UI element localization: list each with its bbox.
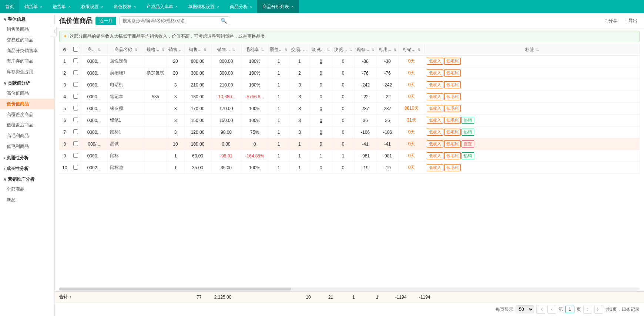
- td-browse1[interactable]: 0: [310, 126, 332, 138]
- nav-product-analysis[interactable]: 商品分析 ×: [225, 0, 257, 13]
- th-check[interactable]: [70, 44, 81, 55]
- row-checkbox[interactable]: [73, 70, 78, 75]
- td-check[interactable]: [70, 79, 81, 91]
- th-code[interactable]: 商... ⇅: [81, 44, 107, 55]
- nav-sales-order[interactable]: 销货单 ×: [19, 0, 47, 13]
- td-browse1[interactable]: 0: [310, 79, 332, 91]
- td-check[interactable]: [70, 91, 81, 103]
- close-product-analysis-list[interactable]: ×: [291, 4, 294, 9]
- nav-role-auth[interactable]: 角色授权 ×: [108, 0, 141, 13]
- close-role-auth[interactable]: ×: [134, 4, 136, 9]
- nav-product-analysis-list[interactable]: 商品分析列表 ×: [257, 0, 299, 13]
- th-trade[interactable]: 交易... ⇅: [289, 44, 310, 55]
- td-browse1[interactable]: 0: [310, 162, 332, 174]
- row-checkbox[interactable]: [73, 153, 78, 158]
- td-check[interactable]: [70, 67, 81, 79]
- nav-template-settings[interactable]: 单据模板设置 ×: [183, 0, 224, 13]
- sidebar-item-all-products[interactable]: 全部商品: [0, 184, 54, 195]
- sidebar-item-sales-products[interactable]: 销售类商品: [0, 24, 54, 35]
- nav-home[interactable]: 首页: [0, 0, 19, 13]
- nav-product-warehouse[interactable]: 产成品入库单 ×: [141, 0, 183, 13]
- sidebar-item-traded-products[interactable]: 交易过的商品: [0, 35, 54, 45]
- close-product-analysis[interactable]: ×: [250, 4, 252, 9]
- per-page-select[interactable]: 50 100 200: [516, 305, 534, 313]
- close-product-warehouse[interactable]: ×: [175, 4, 178, 9]
- search-input[interactable]: [123, 18, 221, 23]
- th-margin[interactable]: 毛利率 ⇅: [241, 44, 268, 55]
- export-button[interactable]: ↑ 导出: [623, 17, 640, 25]
- prev-page-button[interactable]: ‹: [547, 305, 556, 314]
- sidebar-group-marketing[interactable]: ∨ 营销推广分析: [0, 173, 54, 184]
- th-saleable[interactable]: 可销... ⇅: [399, 44, 425, 55]
- td-name[interactable]: 电话机: [107, 79, 144, 91]
- td-browse1[interactable]: 0: [310, 55, 332, 67]
- sidebar-group-growth[interactable]: › 成长性分析: [0, 163, 54, 173]
- td-check[interactable]: [70, 162, 81, 174]
- select-all-checkbox[interactable]: [73, 47, 78, 52]
- time-filter-button[interactable]: 近一月: [95, 17, 116, 25]
- sidebar-group-contribution[interactable]: ∨ 贡献值分析: [0, 77, 54, 88]
- td-name[interactable]: 鼠标1: [107, 126, 144, 138]
- th-name[interactable]: 商品名称 ⇅: [107, 44, 144, 55]
- close-permissions[interactable]: ×: [101, 4, 103, 9]
- th-tags[interactable]: 标签 ⇅: [425, 44, 640, 55]
- td-check[interactable]: [70, 150, 81, 162]
- table-wrapper[interactable]: ⚙ 商... ⇅ 商品名称 ⇅ 规格... ⇅ 销售... ⇅ 销售... ⇅ …: [55, 44, 644, 287]
- td-name[interactable]: 吴细细1: [107, 67, 144, 79]
- th-browse1[interactable]: 浏览... ⇅: [310, 44, 332, 55]
- first-page-button[interactable]: 《: [536, 305, 545, 314]
- td-browse1[interactable]: 1: [310, 150, 332, 162]
- td-browse1[interactable]: 0: [310, 67, 332, 79]
- sidebar-item-low-coverage[interactable]: 低覆盖度商品: [0, 120, 54, 130]
- sidebar-item-low-margin[interactable]: 低毛利商品: [0, 141, 54, 152]
- horizontal-scrollbar[interactable]: [59, 288, 640, 290]
- th-price1[interactable]: 销售... ⇅: [184, 44, 211, 55]
- td-name[interactable]: 鼠标垫: [107, 162, 144, 174]
- td-name[interactable]: 测试: [107, 138, 144, 150]
- sidebar-item-low-value[interactable]: 低价值商品: [0, 99, 54, 109]
- sidebar-item-capital-occupation[interactable]: 库存资金占用: [0, 67, 54, 77]
- th-browse2[interactable]: 浏览... ⇅: [332, 44, 354, 55]
- sidebar-item-high-margin[interactable]: 高毛利商品: [0, 130, 54, 141]
- sidebar-group-overall[interactable]: ∨ 整体信息: [0, 13, 54, 24]
- sidebar-item-high-value[interactable]: 高价值商品: [0, 88, 54, 99]
- row-checkbox[interactable]: [73, 82, 78, 87]
- scrollbar-thumb[interactable]: [59, 288, 291, 290]
- th-qty[interactable]: 销售... ⇅: [167, 44, 184, 55]
- search-icon[interactable]: 🔍: [221, 18, 227, 24]
- sidebar-item-high-coverage[interactable]: 高覆盖度商品: [0, 109, 54, 120]
- td-name[interactable]: 鼠标: [107, 150, 144, 162]
- row-checkbox[interactable]: [73, 58, 78, 63]
- td-name[interactable]: 笔记本: [107, 91, 144, 103]
- next-page-button[interactable]: ›: [583, 305, 592, 314]
- td-browse1[interactable]: 0: [310, 103, 332, 115]
- td-check[interactable]: [70, 55, 81, 67]
- td-check[interactable]: [70, 126, 81, 138]
- share-button[interactable]: ⤴ 分享: [603, 17, 620, 25]
- th-spec[interactable]: 规格... ⇅: [144, 44, 167, 55]
- th-coverage[interactable]: 覆盖... ⇅: [268, 44, 289, 55]
- td-name[interactable]: 铅笔1: [107, 115, 144, 126]
- td-browse1[interactable]: 0: [310, 91, 332, 103]
- close-purchase-order[interactable]: ×: [68, 4, 70, 9]
- row-checkbox[interactable]: [73, 106, 78, 111]
- nav-permissions[interactable]: 权限设置 ×: [76, 0, 108, 13]
- close-template-settings[interactable]: ×: [217, 4, 219, 9]
- td-browse1[interactable]: 0: [310, 115, 332, 126]
- th-current[interactable]: 现有... ⇅: [354, 44, 376, 55]
- sidebar-collapse-button[interactable]: 《: [51, 26, 57, 37]
- th-gear[interactable]: ⚙: [59, 44, 70, 55]
- td-name[interactable]: 属性定价: [107, 55, 144, 67]
- th-price2[interactable]: 销售... ⇅: [211, 44, 241, 55]
- row-checkbox[interactable]: [73, 141, 78, 146]
- sidebar-item-stock-products[interactable]: 有库存的商品: [0, 56, 54, 67]
- td-name[interactable]: 橡皮擦: [107, 103, 144, 115]
- row-checkbox[interactable]: [73, 165, 78, 170]
- row-checkbox[interactable]: [73, 129, 78, 134]
- th-available[interactable]: 可用... ⇅: [376, 44, 399, 55]
- last-page-button[interactable]: 》: [594, 305, 603, 314]
- sidebar-group-flow[interactable]: › 流通性分析: [0, 152, 54, 163]
- td-browse1[interactable]: 0: [310, 138, 332, 150]
- close-sales-order[interactable]: ×: [40, 4, 42, 9]
- row-checkbox[interactable]: [73, 118, 78, 122]
